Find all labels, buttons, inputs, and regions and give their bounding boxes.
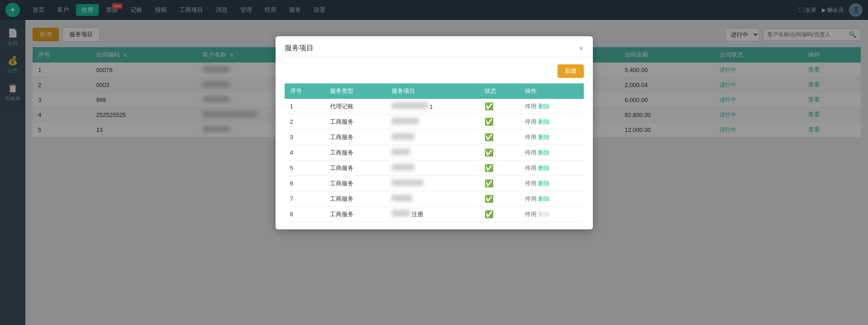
stop-button[interactable]: 停用 xyxy=(525,102,537,111)
delete-button[interactable]: 删除 xyxy=(538,102,550,111)
stop-button[interactable]: 停用 xyxy=(525,149,537,157)
modal-col-action: 操作 xyxy=(519,83,584,99)
delete-button[interactable]: 删除 xyxy=(538,210,550,218)
stop-button[interactable]: 停用 xyxy=(525,210,537,218)
modal-table-wrap: 序号 服务类型 服务项目 状态 操作 1 代理记账 1 ✅ xyxy=(285,83,584,222)
modal-table-row: 5 工商服务 ✅ 停用 删除 xyxy=(285,160,584,176)
modal-table-row: 7 工商服务 ✅ 停用 删除 xyxy=(285,191,584,207)
service-items-modal: 服务项目 × 新建 序号 服务类型 服务项目 状态 操作 xyxy=(276,36,593,229)
status-check-icon: ✅ xyxy=(485,149,494,156)
modal-service-table: 序号 服务类型 服务项目 状态 操作 1 代理记账 1 ✅ xyxy=(285,83,584,222)
stop-button[interactable]: 停用 xyxy=(525,164,537,172)
modal-title: 服务项目 xyxy=(285,44,314,53)
modal-toolbar: 新建 xyxy=(285,64,584,78)
modal-table-row: 6 工商服务 ✅ 停用 删除 xyxy=(285,176,584,191)
status-check-icon: ✅ xyxy=(485,179,494,187)
modal-table-row: 1 代理记账 1 ✅ 停用 删除 xyxy=(285,99,584,114)
modal-col-type: 服务类型 xyxy=(325,83,386,99)
delete-button[interactable]: 删除 xyxy=(538,133,550,141)
modal-close-button[interactable]: × xyxy=(579,44,584,53)
status-check-icon: ✅ xyxy=(485,102,494,110)
modal-table-row: 3 工商服务 ✅ 停用 删除 xyxy=(285,130,584,145)
stop-button[interactable]: 停用 xyxy=(525,195,537,203)
modal-col-status: 状态 xyxy=(479,83,519,99)
modal-col-id: 序号 xyxy=(285,83,325,99)
modal-new-button[interactable]: 新建 xyxy=(558,64,584,78)
delete-button[interactable]: 删除 xyxy=(538,118,550,126)
stop-button[interactable]: 停用 xyxy=(525,179,537,188)
modal-body: 新建 序号 服务类型 服务项目 状态 操作 xyxy=(276,57,593,229)
modal-overlay[interactable]: 服务项目 × 新建 序号 服务类型 服务项目 状态 操作 xyxy=(0,0,868,325)
modal-table-row: 2 工商服务 ✅ 停用 删除 xyxy=(285,114,584,130)
delete-button[interactable]: 删除 xyxy=(538,164,550,172)
delete-button[interactable]: 删除 xyxy=(538,195,550,203)
delete-button[interactable]: 删除 xyxy=(538,179,550,188)
modal-col-item: 服务项目 xyxy=(386,83,479,99)
status-check-icon: ✅ xyxy=(485,195,494,203)
status-check-icon: ✅ xyxy=(485,210,494,218)
status-check-icon: ✅ xyxy=(485,118,494,126)
modal-table-row: 4 工商服务 ✅ 停用 删除 xyxy=(285,145,584,160)
status-check-icon: ✅ xyxy=(485,133,494,141)
stop-button[interactable]: 停用 xyxy=(525,133,537,141)
delete-button[interactable]: 删除 xyxy=(538,149,550,157)
status-check-icon: ✅ xyxy=(485,164,494,172)
modal-table-row: 8 工商服务 注册 ✅ 停用 删除 xyxy=(285,207,584,222)
stop-button[interactable]: 停用 xyxy=(525,118,537,126)
modal-header: 服务项目 × xyxy=(276,36,593,57)
